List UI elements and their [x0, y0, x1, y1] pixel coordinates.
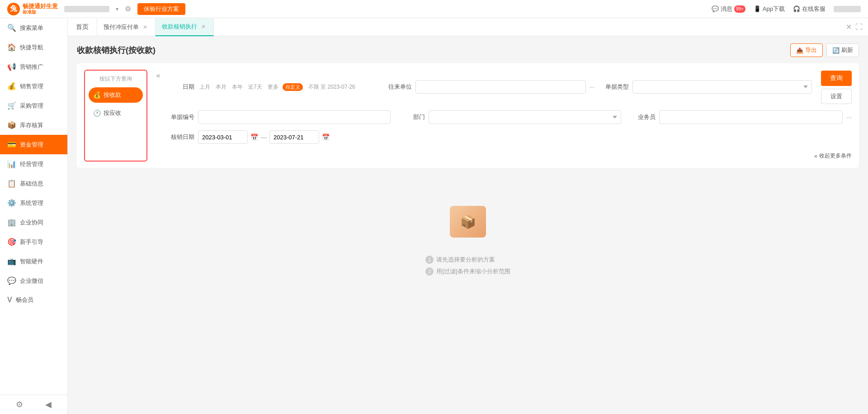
sidebar-item-operation[interactable]: 📊 经营管理: [0, 154, 67, 174]
wechat-icon: 💬: [7, 276, 16, 285]
refresh-icon: 🔄: [832, 47, 840, 54]
sidebar-item-nav[interactable]: 🏠 快捷导航: [0, 38, 67, 57]
tab-receipt-close-icon[interactable]: ✕: [200, 23, 207, 30]
solution-button[interactable]: 休验行业方案: [137, 3, 185, 15]
filter-row-1: 日期 上月 本月 本年 近7天 更多 自定义 不限 至 2023-07-26: [169, 70, 852, 104]
date-shortcuts: 上月 本月 本年 近7天 更多 自定义: [198, 83, 303, 91]
empty-face-icon: 📦: [460, 214, 476, 229]
tab-receipt[interactable]: 收款核销执行 ✕: [156, 18, 214, 36]
member-icon: V: [7, 296, 12, 304]
inventory-icon: 📦: [7, 121, 16, 129]
tab-prepay-close-icon[interactable]: ✕: [142, 24, 149, 31]
sidebar-item-marketing[interactable]: 📢 营销推广: [0, 57, 67, 76]
finance-icon: 💳: [7, 140, 16, 149]
settings-button[interactable]: 设置: [821, 89, 852, 104]
hint-num-1: 1: [425, 256, 434, 264]
sidebar-item-system[interactable]: ⚙️ 系统管理: [0, 193, 67, 213]
receivable-icon: 🕐: [93, 109, 101, 117]
date-shortcut-7days[interactable]: 近7天: [247, 83, 264, 91]
sidebar-item-search[interactable]: 🔍 搜索菜单: [0, 18, 67, 38]
sidebar-label-search: 搜索菜单: [20, 24, 43, 32]
collapse-panel-button[interactable]: «: [153, 70, 164, 162]
hint-num-2: 2: [425, 267, 434, 276]
page-header: 收款核销执行(按收款) 📤 导出 🔄 刷新: [77, 43, 859, 57]
collapse-more-label: 收起更多条件: [819, 152, 852, 160]
filter-row-3: 核销日期 📅 — 📅: [169, 130, 852, 144]
sidebar-item-finance[interactable]: 💳 资金管理: [0, 135, 67, 154]
verify-date-range: 📅 — 📅: [198, 130, 852, 144]
gear-icon[interactable]: ⚙: [125, 5, 131, 13]
filter-form: 日期 上月 本月 本年 近7天 更多 自定义 不限 至 2023-07-26: [169, 70, 852, 162]
sidebar-item-base-info[interactable]: 📋 基础信息: [0, 174, 67, 193]
verify-date-start-calendar-icon[interactable]: 📅: [250, 133, 258, 141]
sidebar-item-purchase[interactable]: 🛒 采购管理: [0, 96, 67, 115]
message-label: 消息: [721, 5, 732, 13]
date-shortcut-more[interactable]: 更多: [266, 83, 280, 91]
tab-expand-icon[interactable]: ⛶: [855, 23, 863, 31]
verify-date-label: 核销日期: [169, 133, 194, 141]
sidebar-label-inventory: 库存核算: [20, 121, 43, 129]
dept-label: 部门: [400, 113, 425, 121]
sidebar-label-system: 系统管理: [20, 199, 43, 207]
filter-left-panel: 按以下方查询 💰 按收款 🕐 按应收: [84, 70, 147, 162]
sidebar-item-inventory[interactable]: 📦 库存核算: [0, 115, 67, 135]
export-button[interactable]: 📤 导出: [790, 43, 823, 57]
guide-icon: 🎯: [7, 238, 16, 246]
sidebar-label-base-info: 基础信息: [20, 180, 43, 188]
date-label: 日期: [169, 83, 194, 91]
page-header-actions: 📤 导出 🔄 刷新: [790, 43, 859, 57]
query-button[interactable]: 查询: [821, 71, 852, 86]
filter-option-by-receivable[interactable]: 🕐 按应收: [89, 105, 143, 121]
tab-prepay[interactable]: 预付冲应付单 ✕: [97, 18, 156, 36]
message-item[interactable]: 💬 消息 99+: [712, 5, 745, 13]
order-no-input[interactable]: [198, 110, 391, 124]
app-download-item[interactable]: 📱 App下载: [754, 5, 785, 13]
sales-icon: 💰: [7, 82, 16, 90]
sidebar-item-guide[interactable]: 🎯 新手引导: [0, 232, 67, 252]
counterpart-label: 往来单位: [387, 83, 412, 91]
empty-hint-1-label: 请先选择要分析的方案: [436, 256, 495, 264]
date-shortcut-this-year[interactable]: 本年: [231, 83, 244, 91]
sidebar-item-wechat[interactable]: 💬 企业微信: [0, 271, 67, 290]
dropdown-arrow-icon[interactable]: ▾: [116, 6, 118, 12]
verify-date-end-calendar-icon[interactable]: 📅: [322, 133, 330, 141]
order-type-select[interactable]: [632, 80, 812, 94]
sidebar-label-hardware: 智能硬件: [20, 257, 43, 266]
dept-select[interactable]: [429, 110, 621, 124]
sidebar-label-finance: 资金管理: [20, 141, 43, 149]
online-service-item[interactable]: 🎧 在线客服: [793, 5, 826, 13]
sales-ellipsis-icon[interactable]: ···: [846, 114, 852, 121]
sidebar-item-member[interactable]: V 畅会员: [0, 290, 67, 309]
verify-date-start-input[interactable]: [198, 130, 248, 144]
sidebar-label-purchase: 采购管理: [20, 102, 43, 110]
collapse-sidebar-icon[interactable]: ◀: [45, 400, 52, 409]
date-shortcut-this-month[interactable]: 本月: [214, 83, 228, 91]
app-edition: 标准版: [23, 10, 58, 15]
collapse-more-button[interactable]: « 收起更多条件: [169, 150, 852, 162]
sidebar-label-wechat: 企业微信: [20, 277, 43, 285]
empty-state: 📦 1 请先选择要分析的方案 2 用[过滤]条件来缩小分析范围: [77, 174, 859, 303]
counterpart-input[interactable]: [415, 80, 586, 94]
tab-close-all-icon[interactable]: ✕: [846, 23, 852, 31]
order-type-label: 单据类型: [604, 83, 629, 91]
settings-bottom-icon[interactable]: ⚙: [16, 400, 23, 409]
sidebar-item-sales[interactable]: 💰 销售管理: [0, 76, 67, 96]
filter-option-receipt-label: 按收款: [104, 91, 121, 99]
tab-home[interactable]: 首页: [68, 18, 97, 36]
service-icon: 🎧: [793, 5, 800, 12]
counterpart-ellipsis-icon[interactable]: ···: [590, 83, 595, 90]
refresh-button[interactable]: 🔄 刷新: [826, 43, 859, 57]
date-custom-badge[interactable]: 自定义: [283, 83, 303, 91]
refresh-label: 刷新: [841, 46, 853, 54]
filter-option-by-receipt[interactable]: 💰 按收款: [89, 87, 143, 103]
sidebar-item-enterprise[interactable]: 🏢 企业协同: [0, 213, 67, 232]
filter-option-receivable-label: 按应收: [104, 109, 121, 117]
sidebar-item-hardware[interactable]: 📺 智能硬件: [0, 252, 67, 271]
sidebar-label-operation: 经营管理: [20, 160, 43, 168]
export-label: 导出: [805, 46, 817, 54]
sales-input[interactable]: [659, 110, 843, 124]
filter-group-dept: 部门: [400, 110, 621, 124]
date-shortcut-last-month[interactable]: 上月: [198, 83, 212, 91]
verify-date-end-input[interactable]: [269, 130, 319, 144]
sidebar-label-guide: 新手引导: [20, 238, 43, 246]
